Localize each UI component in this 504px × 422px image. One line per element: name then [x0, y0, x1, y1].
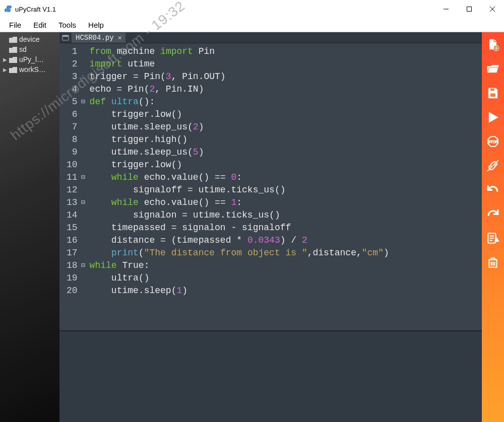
tree-item-label: device [19, 35, 39, 43]
svg-rect-8 [490, 93, 496, 97]
window-close-button[interactable] [481, 0, 504, 18]
right-toolbar: STOP [482, 32, 504, 422]
tab-filename: HCSR04.py [76, 34, 114, 42]
run-button[interactable] [485, 110, 500, 125]
editor-area: HCSR04.py ✕ 1234567891011121314151617181… [59, 32, 482, 422]
tree-item-label: uPy_l… [19, 55, 44, 63]
tree-item-sd[interactable]: sd [0, 44, 59, 54]
stop-button[interactable]: STOP [485, 134, 500, 149]
folder-icon [9, 66, 17, 73]
connect-button[interactable] [485, 158, 500, 173]
editor-tabbar: HCSR04.py ✕ [59, 32, 482, 43]
fold-column: .⊟⊟⊟⊟ [81, 43, 89, 330]
line-number-gutter: 1234567891011121314151617181920 [59, 43, 81, 330]
redo-button[interactable] [485, 206, 500, 222]
svg-rect-5 [62, 35, 69, 37]
svg-rect-7 [490, 88, 495, 91]
editor-tab[interactable]: HCSR04.py ✕ [72, 33, 126, 43]
window-minimize-button[interactable] [434, 0, 458, 18]
svg-text:STOP: STOP [488, 139, 498, 144]
main-area: device sd ▶ uPy_l… ▶ workS… [0, 32, 504, 422]
tab-leading-icon [60, 33, 71, 43]
file-tree-sidebar: device sd ▶ uPy_l… ▶ workS… [0, 32, 59, 422]
menubar: File Edit Tools Help [0, 18, 504, 32]
svg-rect-1 [467, 7, 472, 12]
undo-button[interactable] [485, 182, 500, 197]
folder-icon [9, 36, 17, 42]
menu-help[interactable]: Help [83, 20, 109, 30]
open-file-button[interactable] [485, 61, 500, 77]
console-panel[interactable] [59, 331, 482, 422]
window-title: uPyCraft V1.1 [15, 6, 56, 13]
menu-edit[interactable]: Edit [28, 20, 51, 30]
close-icon[interactable]: ✕ [118, 34, 122, 42]
new-file-button[interactable] [485, 37, 500, 52]
menu-file[interactable]: File [4, 20, 26, 30]
code-text[interactable]: from machine import Pinimport utimetrigg… [89, 43, 389, 330]
tree-arrow-icon: ▶ [3, 67, 7, 73]
code-editor[interactable]: 1234567891011121314151617181920 .⊟⊟⊟⊟ fr… [59, 43, 482, 331]
syntax-check-button[interactable] [485, 231, 500, 246]
tree-item-label: sd [19, 45, 27, 53]
save-file-button[interactable] [485, 86, 500, 101]
tree-item-workspace[interactable]: ▶ workS… [0, 64, 59, 75]
menu-tools[interactable]: Tools [53, 20, 81, 30]
folder-icon [9, 46, 17, 52]
tree-arrow-icon: ▶ [3, 57, 7, 62]
folder-icon [9, 56, 17, 62]
tree-item-device[interactable]: device [0, 34, 59, 44]
tree-item-label: workS… [19, 65, 46, 74]
window-maximize-button[interactable] [458, 0, 481, 18]
tree-item-upylib[interactable]: ▶ uPy_l… [0, 54, 59, 64]
titlebar: uPyCraft V1.1 [0, 0, 504, 18]
app-logo-icon [4, 5, 12, 13]
clear-button[interactable] [485, 255, 500, 270]
